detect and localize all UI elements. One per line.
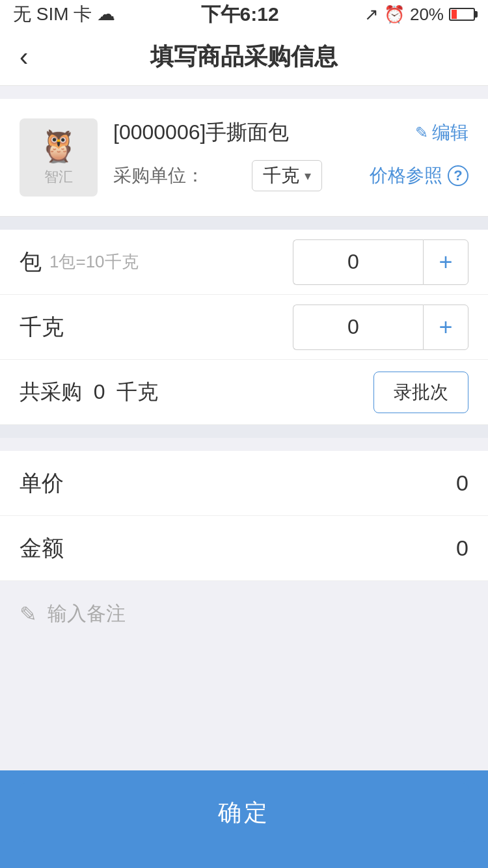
summary-value: 0 (94, 380, 105, 403)
separator-1 (0, 217, 488, 230)
help-icon: ? (448, 165, 468, 186)
batch-record-button[interactable]: 录批次 (373, 372, 468, 413)
price-row: 单价 0 (0, 451, 488, 516)
kg-plus-button[interactable]: + (423, 305, 468, 350)
unit-value: 千克 (263, 163, 299, 188)
bag-plus-button[interactable]: + (423, 239, 468, 285)
bag-hint: 1包=10千克 (49, 251, 139, 273)
bag-input-wrapper: + (293, 239, 468, 285)
bag-quantity-input[interactable] (293, 239, 423, 285)
price-ref-label: 价格参照 (370, 163, 442, 188)
product-name: [0000006]手撕面包 (113, 118, 289, 147)
location-icon: ↗ (364, 5, 379, 25)
edit-icon: ✎ (415, 124, 428, 142)
product-name-row: [0000006]手撕面包 ✎ 编辑 (113, 118, 468, 147)
note-section[interactable]: ✎ 输入备注 (0, 581, 488, 647)
status-right: ↗ ⏰ 20% (364, 5, 475, 25)
product-title: 手撕面包 (206, 120, 289, 144)
kg-label: 千克 (20, 312, 64, 342)
sim-status: 无 SIM 卡 ☁ (13, 2, 115, 27)
edit-button[interactable]: ✎ 编辑 (415, 120, 468, 145)
product-image-label: 智汇 (44, 167, 73, 187)
battery-tip (475, 11, 478, 18)
price-reference-button[interactable]: 价格参照 ? (370, 163, 468, 188)
status-time: 下午6:12 (201, 1, 279, 28)
summary-text: 共采购 0 千克 (20, 378, 354, 407)
battery-fill (452, 10, 457, 19)
note-placeholder: 输入备注 (47, 601, 126, 627)
product-info: [0000006]手撕面包 ✎ 编辑 采购单位： 千克 ▾ 价格参照 ? (113, 118, 468, 191)
amount-value: 0 (456, 536, 468, 561)
kg-input-row: 千克 + (0, 295, 488, 360)
price-label: 单价 (20, 468, 456, 498)
summary-row: 共采购 0 千克 录批次 (0, 360, 488, 425)
battery-percent: 20% (410, 5, 444, 25)
page-title: 填写商品采购信息 (150, 41, 338, 73)
confirm-btn-container: 确定 (0, 770, 488, 868)
input-section: 包 1包=10千克 + 千克 + 共采购 0 千克 录批次 (0, 230, 488, 425)
product-unit-row: 采购单位： 千克 ▾ 价格参照 ? (113, 160, 468, 191)
amount-label: 金额 (20, 534, 456, 563)
edit-label: 编辑 (432, 120, 468, 145)
back-button[interactable]: ‹ (20, 36, 41, 78)
alarm-icon: ⏰ (384, 5, 405, 25)
product-owl-icon: 🦉 (39, 128, 78, 165)
nav-bar: ‹ 填写商品采购信息 (0, 29, 488, 86)
product-image: 🦉 智汇 (20, 118, 98, 197)
unit-label: 采购单位： (113, 163, 204, 188)
detail-section: 单价 0 金额 0 (0, 451, 488, 581)
unit-select[interactable]: 千克 ▾ (252, 160, 322, 191)
chevron-down-icon: ▾ (305, 168, 311, 183)
summary-prefix: 共采购 (20, 380, 82, 403)
battery-icon (449, 8, 475, 21)
kg-input-wrapper: + (293, 305, 468, 350)
product-code: [0000006] (113, 120, 206, 144)
confirm-button[interactable]: 确定 (20, 783, 468, 842)
bag-input-row: 包 1包=10千克 + (0, 230, 488, 295)
kg-quantity-input[interactable] (293, 305, 423, 350)
status-left: 无 SIM 卡 ☁ (13, 2, 115, 27)
pencil-icon: ✎ (20, 602, 37, 627)
product-card: 🦉 智汇 [0000006]手撕面包 ✎ 编辑 采购单位： 千克 ▾ 价格参照 … (0, 99, 488, 217)
status-bar: 无 SIM 卡 ☁ 下午6:12 ↗ ⏰ 20% (0, 0, 488, 29)
bag-label: 包 (20, 247, 42, 277)
price-value: 0 (456, 470, 468, 496)
separator-2 (0, 425, 488, 438)
summary-unit: 千克 (116, 380, 158, 403)
amount-row: 金额 0 (0, 516, 488, 581)
